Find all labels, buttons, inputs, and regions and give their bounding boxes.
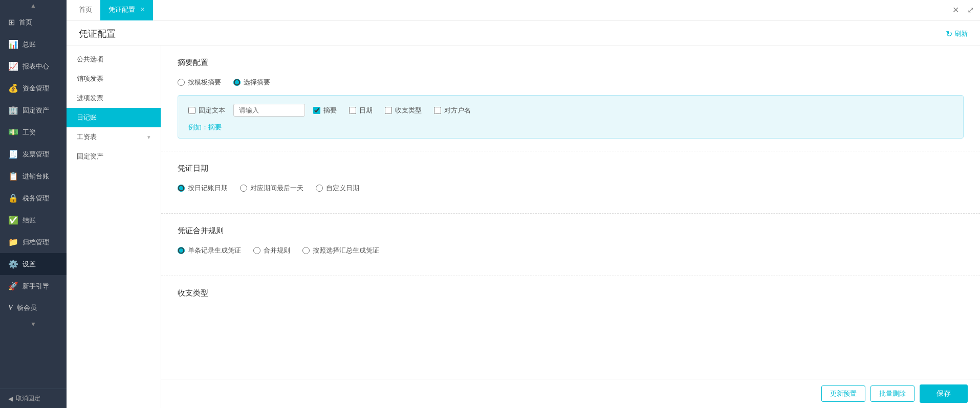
income-type-checkbox[interactable] bbox=[385, 107, 392, 114]
checkbox-counterpart[interactable]: 对方户名 bbox=[434, 106, 471, 115]
merge-section-title: 凭证合并规则 bbox=[178, 226, 964, 236]
left-menu-item-fixed-assets[interactable]: 固定资产 bbox=[67, 147, 161, 166]
summary-section-title: 摘要配置 bbox=[178, 58, 964, 67]
merge-selection-radio[interactable] bbox=[302, 247, 310, 254]
sidebar-item-ledger[interactable]: 📊 总账 bbox=[0, 33, 67, 55]
checkbox-date[interactable]: 日期 bbox=[349, 106, 373, 115]
funds-icon: 💰 bbox=[8, 83, 18, 93]
fixed-text-input[interactable] bbox=[233, 104, 305, 117]
sidebar-item-funds[interactable]: 💰 资金管理 bbox=[0, 77, 67, 99]
summary-example: 例如：摘要 bbox=[188, 123, 953, 132]
save-button[interactable]: 保存 bbox=[920, 384, 968, 403]
invoice-icon: 🧾 bbox=[8, 149, 18, 159]
fixed-text-checkbox[interactable] bbox=[188, 107, 195, 114]
tab-voucher[interactable]: 凭证配置 ✕ bbox=[100, 0, 153, 20]
ledger-icon: 📊 bbox=[8, 39, 18, 49]
summary-option-template[interactable]: 按模板摘要 bbox=[178, 78, 221, 87]
summary-select-radio[interactable] bbox=[233, 79, 241, 86]
bottom-action-bar: 更新预置 批量删除 保存 bbox=[161, 379, 980, 408]
merge-rule-radio[interactable] bbox=[253, 247, 260, 254]
sidebar-item-invoice[interactable]: 🧾 发票管理 bbox=[0, 143, 67, 165]
main-area: 首页 凭证配置 ✕ ✕ ⤢ 凭证配置 ↻ 刷新 公共选项 bbox=[67, 0, 980, 408]
sidebar-scroll-down[interactable]: ▼ bbox=[0, 319, 67, 330]
sidebar-item-assets[interactable]: 🏢 固定资产 bbox=[0, 99, 67, 121]
summary-option-select[interactable]: 选择摘要 bbox=[233, 78, 270, 87]
close-window-button[interactable]: ✕ bbox=[950, 3, 961, 17]
sidebar-unpin-button[interactable]: ◀ 取消固定 bbox=[0, 389, 67, 408]
sales-icon: 📋 bbox=[8, 171, 18, 181]
tax-icon: 🔒 bbox=[8, 193, 18, 203]
sidebar-item-vip[interactable]: V 畅会员 bbox=[0, 297, 67, 319]
home-icon: ⊞ bbox=[8, 17, 15, 27]
sidebar-item-settings[interactable]: ⚙️ 设置 bbox=[0, 253, 67, 275]
tab-bar: 首页 凭证配置 ✕ ✕ ⤢ bbox=[67, 0, 980, 20]
settings-icon: ⚙️ bbox=[8, 259, 18, 269]
section-summary: 摘要配置 按模板摘要 选择摘要 bbox=[161, 46, 980, 151]
section-income-type: 收支类型 bbox=[161, 276, 980, 321]
summary-checkbox-row: 固定文本 摘要 日期 bbox=[188, 104, 953, 117]
date-checkbox[interactable] bbox=[349, 107, 356, 114]
sidebar-item-sales[interactable]: 📋 进销台账 bbox=[0, 165, 67, 187]
page-title: 凭证配置 bbox=[79, 28, 116, 40]
section-date: 凭证日期 按日记账日期 对应期间最后一天 bbox=[161, 151, 980, 214]
left-menu: 公共选项 销项发票 进项发票 日记账 工资表 ▾ 固定资产 bbox=[67, 46, 161, 408]
left-menu-item-public[interactable]: 公共选项 bbox=[67, 50, 161, 69]
archive-icon: 📁 bbox=[8, 237, 18, 247]
sidebar-scroll-up[interactable]: ▲ bbox=[0, 0, 67, 11]
sidebar-item-settle[interactable]: ✅ 结账 bbox=[0, 209, 67, 231]
date-option-last-day[interactable]: 对应期间最后一天 bbox=[240, 184, 303, 193]
merge-radio-group: 单条记录生成凭证 合并规则 按照选择汇总生成凭证 bbox=[178, 246, 964, 255]
sidebar-item-home[interactable]: ⊞ 首页 bbox=[0, 11, 67, 33]
date-custom-radio[interactable] bbox=[316, 185, 323, 192]
left-menu-item-salary-table[interactable]: 工资表 ▾ bbox=[67, 127, 161, 147]
report-icon: 📈 bbox=[8, 61, 18, 71]
assets-icon: 🏢 bbox=[8, 105, 18, 115]
left-menu-item-sales-invoice[interactable]: 销项发票 bbox=[67, 69, 161, 88]
pin-icon: ◀ bbox=[8, 395, 13, 402]
chevron-down-icon: ▾ bbox=[147, 134, 150, 141]
tab-voucher-close[interactable]: ✕ bbox=[140, 6, 145, 13]
checkbox-fixed-text[interactable]: 固定文本 bbox=[188, 106, 225, 115]
right-content: 摘要配置 按模板摘要 选择摘要 bbox=[161, 46, 980, 379]
left-menu-item-purchase-invoice[interactable]: 进项发票 bbox=[67, 88, 161, 108]
counterpart-checkbox[interactable] bbox=[434, 107, 441, 114]
left-menu-item-journal[interactable]: 日记账 bbox=[67, 108, 161, 127]
sidebar-item-archive[interactable]: 📁 归档管理 bbox=[0, 231, 67, 253]
date-option-custom[interactable]: 自定义日期 bbox=[316, 184, 359, 193]
checkbox-summary[interactable]: 摘要 bbox=[313, 106, 337, 115]
tab-bar-actions: ✕ ⤢ bbox=[950, 3, 976, 17]
merge-single-radio[interactable] bbox=[178, 247, 185, 254]
date-section-title: 凭证日期 bbox=[178, 164, 964, 173]
batch-delete-button[interactable]: 批量删除 bbox=[870, 386, 914, 402]
tab-home[interactable]: 首页 bbox=[71, 0, 100, 20]
income-type-section-title: 收支类型 bbox=[178, 288, 964, 298]
salary-icon: 💵 bbox=[8, 127, 18, 137]
summary-config-box: 固定文本 摘要 日期 bbox=[178, 95, 964, 139]
vip-icon: V bbox=[8, 304, 13, 312]
summary-checkbox[interactable] bbox=[313, 107, 320, 114]
date-radio-group: 按日记账日期 对应期间最后一天 自定义日期 bbox=[178, 184, 964, 193]
sidebar-item-guide[interactable]: 🚀 新手引导 bbox=[0, 275, 67, 297]
section-merge: 凭证合并规则 单条记录生成凭证 合并规则 bbox=[161, 214, 980, 276]
sidebar-item-report[interactable]: 📈 报表中心 bbox=[0, 55, 67, 77]
checkbox-income-type[interactable]: 收支类型 bbox=[385, 106, 422, 115]
date-journal-radio[interactable] bbox=[178, 185, 185, 192]
expand-window-button[interactable]: ⤢ bbox=[965, 3, 976, 17]
content-layout: 公共选项 销项发票 进项发票 日记账 工资表 ▾ 固定资产 bbox=[67, 46, 980, 408]
merge-option-by-selection[interactable]: 按照选择汇总生成凭证 bbox=[302, 246, 379, 255]
sidebar: ▲ ⊞ 首页 📊 总账 📈 报表中心 💰 资金管理 🏢 固定资产 💵 工资 🧾 … bbox=[0, 0, 67, 408]
summary-template-radio[interactable] bbox=[178, 79, 185, 86]
merge-option-rule[interactable]: 合并规则 bbox=[253, 246, 290, 255]
sidebar-item-tax[interactable]: 🔒 税务管理 bbox=[0, 187, 67, 209]
guide-icon: 🚀 bbox=[8, 281, 18, 291]
merge-option-single[interactable]: 单条记录生成凭证 bbox=[178, 246, 241, 255]
date-last-day-radio[interactable] bbox=[240, 185, 247, 192]
settle-icon: ✅ bbox=[8, 215, 18, 225]
update-preview-button[interactable]: 更新预置 bbox=[821, 386, 865, 402]
sidebar-item-salary[interactable]: 💵 工资 bbox=[0, 121, 67, 143]
refresh-button[interactable]: ↻ 刷新 bbox=[946, 29, 968, 39]
page-header: 凭证配置 ↻ 刷新 bbox=[67, 20, 980, 46]
summary-radio-group: 按模板摘要 选择摘要 bbox=[178, 78, 964, 87]
date-option-journal[interactable]: 按日记账日期 bbox=[178, 184, 228, 193]
refresh-icon: ↻ bbox=[946, 29, 952, 39]
